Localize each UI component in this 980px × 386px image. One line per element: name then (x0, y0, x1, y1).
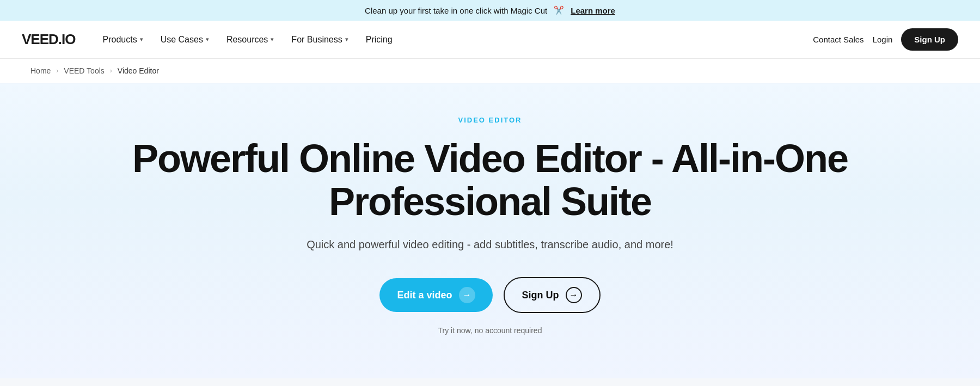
signup-hero-label: Sign Up (522, 290, 559, 301)
navbar-left: VEED.IO Products ▾ Use Cases ▾ Resources… (22, 30, 400, 49)
nav-products-label: Products (102, 35, 137, 45)
breadcrumb-separator-1: › (56, 67, 58, 75)
hero-label: VIDEO EDITOR (458, 116, 522, 124)
nav-pricing-label: Pricing (366, 35, 393, 45)
edit-video-label: Edit a video (397, 290, 452, 301)
hero-buttons: Edit a video → Sign Up → (379, 277, 600, 313)
breadcrumb-separator-2: › (110, 67, 112, 75)
hero-subtitle: Quick and powerful video editing - add s… (307, 238, 673, 251)
announcement-bar: Clean up your first take in one click wi… (0, 0, 980, 21)
signup-hero-button[interactable]: Sign Up → (504, 277, 601, 313)
hero-title: Powerful Online Video Editor - All-in-On… (109, 137, 871, 223)
breadcrumb-veed-tools[interactable]: VEED Tools (64, 66, 104, 75)
nav-item-pricing[interactable]: Pricing (358, 30, 400, 49)
chevron-down-icon: ▾ (140, 36, 143, 43)
nav-item-resources[interactable]: Resources ▾ (219, 30, 281, 49)
nav-for-business-label: For Business (291, 35, 342, 45)
chevron-down-icon: ▾ (206, 36, 209, 43)
hero-section: VIDEO EDITOR Powerful Online Video Edito… (0, 83, 980, 378)
magic-cut-icon: ✂️ (554, 5, 564, 15)
chevron-down-icon: ▾ (345, 36, 348, 43)
arrow-right-icon: → (459, 287, 475, 303)
nav-resources-label: Resources (226, 35, 268, 45)
chevron-down-icon: ▾ (271, 36, 274, 43)
arrow-right-icon: → (566, 287, 582, 303)
nav-item-products[interactable]: Products ▾ (95, 30, 150, 49)
signup-nav-button[interactable]: Sign Up (901, 28, 958, 51)
announcement-text: Clean up your first take in one click wi… (365, 6, 547, 15)
nav-item-use-cases[interactable]: Use Cases ▾ (153, 30, 217, 49)
nav-use-cases-label: Use Cases (161, 35, 203, 45)
learn-more-link[interactable]: Learn more (571, 6, 615, 15)
breadcrumb-home[interactable]: Home (30, 66, 51, 75)
logo[interactable]: VEED.IO (22, 31, 75, 48)
breadcrumb-current: Video Editor (118, 66, 159, 75)
breadcrumb: Home › VEED Tools › Video Editor (0, 59, 980, 83)
navbar: VEED.IO Products ▾ Use Cases ▾ Resources… (0, 21, 980, 59)
edit-video-button[interactable]: Edit a video → (379, 278, 492, 312)
navbar-right: Contact Sales Login Sign Up (813, 28, 958, 51)
login-button[interactable]: Login (873, 35, 893, 44)
contact-sales-link[interactable]: Contact Sales (813, 35, 863, 44)
nav-links: Products ▾ Use Cases ▾ Resources ▾ For B… (95, 30, 400, 49)
try-it-text: Try it now, no account required (438, 326, 542, 335)
nav-item-for-business[interactable]: For Business ▾ (284, 30, 356, 49)
